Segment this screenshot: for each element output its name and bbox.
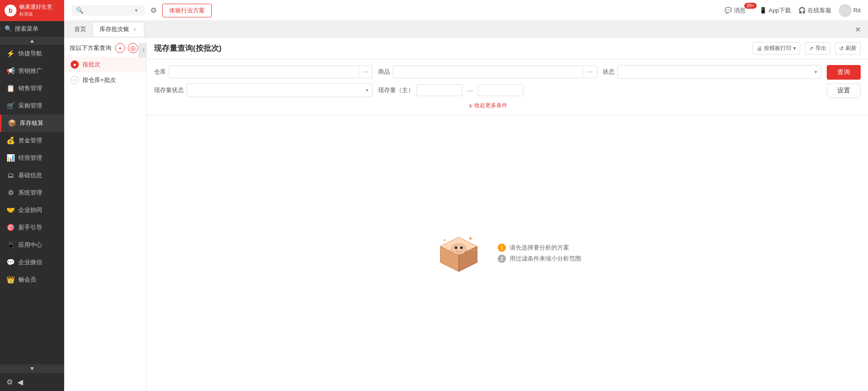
quick-icon: ⚡ [6, 49, 15, 58]
user-avatar-item[interactable]: Rit [839, 4, 861, 17]
print-dropdown-icon[interactable]: ▾ [793, 45, 796, 51]
sidebar-item-label: 畅会员 [18, 276, 36, 284]
sidebar-item-finance[interactable]: 💰 资金管理 [0, 132, 64, 149]
sidebar-item-label: 营销推广 [18, 67, 42, 75]
industry-btn[interactable]: 体验行业方案 [162, 4, 212, 17]
scheme-item-by-warehouse-batch[interactable]: ○ 按仓库+批次 [64, 72, 146, 88]
sidebar-nav: ⚡ 快捷导航 📢 营销推广 📋 销售管理 🛒 采购管理 📦 库存核算 💰 资金管… [0, 45, 64, 364]
topbar-search-input[interactable] [86, 7, 132, 14]
add-scheme-btn[interactable]: + [115, 43, 125, 53]
right-panel: 现存量查询(按批次) 🖨 按模板打印 ▾ ↗ 导出 ↺ 刷新 [147, 38, 868, 391]
tab-panel-close-btn[interactable]: × [855, 24, 861, 34]
sidebar-item-marketing[interactable]: 📢 营销推广 [0, 62, 64, 80]
scroll-up-btn[interactable]: ▲ [0, 37, 64, 45]
stock-qty-from-input[interactable] [417, 84, 462, 96]
sidebar-item-basics[interactable]: 🗂 基础信息 [0, 167, 64, 184]
stock-qty-to-input[interactable] [478, 84, 523, 96]
message-icon-item[interactable]: 💬 消息 99+ [725, 6, 752, 15]
sidebar-item-sales[interactable]: 📋 销售管理 [0, 80, 64, 97]
left-panel-title-text: 按以下方案查询 [70, 44, 111, 52]
app-name: 畅康通好生意 [19, 4, 52, 11]
collapse-row: ∧ 收起更多条件 [154, 102, 821, 109]
phone-icon: 📱 [759, 7, 767, 14]
warehouse-dots-btn[interactable]: ··· [358, 66, 372, 78]
filter-stock-qty: 现存量（主） — [378, 84, 597, 96]
sidebar-item-quick[interactable]: ⚡ 快捷导航 [0, 45, 64, 62]
sidebar-item-system[interactable]: ⚙ 系统管理 [0, 184, 64, 201]
empty-hint-2: 2 用过滤条件来缩小分析范围 [498, 255, 581, 263]
search-label: 搜索菜单 [15, 25, 38, 33]
collapse-more-btn[interactable]: ∧ 收起更多条件 [468, 102, 507, 109]
app-version: 标准版 [19, 11, 52, 17]
tab-close-btn[interactable]: × [132, 26, 137, 33]
sidebar-item-label: 经营管理 [18, 154, 42, 162]
apps-icon: 📱 [6, 241, 15, 249]
product-input[interactable] [393, 66, 582, 77]
filter-stock-status: 现存量状态 ▾ [154, 83, 373, 97]
left-panel-title-row: 按以下方案查询 + ◎ [64, 43, 146, 57]
query-btn[interactable]: 查询 [827, 65, 861, 80]
topbar-dropdown-icon[interactable]: ▾ [135, 7, 138, 14]
inventory-icon: 📦 [8, 119, 16, 127]
collapse-footer-icon[interactable]: ◀ [17, 378, 23, 386]
sidebar-item-purchase[interactable]: 🛒 采购管理 [0, 97, 64, 114]
refresh-label: 刷新 [846, 44, 857, 52]
svg-text:✦: ✦ [443, 238, 446, 243]
sidebar-item-guide[interactable]: 🎯 新手引导 [0, 219, 64, 236]
cube-svg: ✦ ✦ [434, 228, 484, 278]
stock-status-select[interactable]: ▾ [187, 83, 373, 97]
sidebar-item-enterprise[interactable]: 🤝 企业协同 [0, 201, 64, 219]
sidebar-item-label: 采购管理 [18, 102, 42, 110]
sidebar-item-label: 新手引导 [18, 223, 42, 232]
refresh-btn[interactable]: ↺ 刷新 [835, 42, 861, 54]
warehouse-label: 仓库 [154, 68, 166, 76]
sidebar-item-apps[interactable]: 📱 应用中心 [0, 236, 64, 254]
empty-hint-1: 1 请先选择要分析的方案 [498, 244, 581, 252]
app-logo: b [5, 5, 16, 16]
scheme-label-by-wh-batch: 按仓库+批次 [82, 76, 116, 84]
empty-content: ✦ ✦ 1 请先选择要分析的方案 2 用过滤条件来缩小分析范围 [434, 228, 581, 278]
online-service-label: 在线客服 [808, 6, 831, 15]
app-download-item[interactable]: 📱 App下载 [759, 6, 791, 15]
topbar: 🔍 ▾ ⚙ 体验行业方案 💬 消息 99+ 📱 App下载 🎧 在线客服 [64, 0, 868, 21]
sidebar-item-wechat[interactable]: 💬 企业微信 [0, 254, 64, 271]
sidebar-item-business[interactable]: 📊 经营管理 [0, 149, 64, 167]
export-btn[interactable]: ↗ 导出 [805, 42, 830, 54]
finance-icon: 💰 [6, 136, 15, 145]
sidebar-search[interactable]: 🔍 搜索菜单 [0, 21, 64, 37]
business-icon: 📊 [6, 154, 15, 162]
marketing-icon: 📢 [6, 67, 15, 75]
settings-footer-icon[interactable]: ⚙ [6, 378, 13, 386]
left-panel-collapse-btn[interactable]: 《 [138, 43, 147, 58]
sidebar: b 畅康通好生意 标准版 🔍 搜索菜单 ▲ ⚡ 快捷导航 📢 营销推广 📋 销售… [0, 0, 64, 391]
filter-row-2: 现存量状态 ▾ 现存量（主） — [154, 83, 821, 97]
sidebar-item-inventory[interactable]: 📦 库存核算 [0, 114, 64, 132]
scheme-settings-btn[interactable]: ◎ [128, 43, 138, 53]
product-input-wrap[interactable]: ··· [393, 65, 597, 78]
scroll-down-btn[interactable]: ▼ [0, 364, 64, 373]
topbar-right: 💬 消息 99+ 📱 App下载 🎧 在线客服 Rit [725, 4, 861, 17]
online-service-item[interactable]: 🎧 在线客服 [798, 6, 831, 15]
sidebar-item-member[interactable]: 👑 畅会员 [0, 271, 64, 288]
wechat-icon: 💬 [6, 258, 15, 266]
warehouse-input-wrap[interactable]: ··· [169, 65, 373, 78]
service-icon: 🎧 [798, 7, 806, 14]
filter-warehouse: 仓库 ··· [154, 65, 373, 78]
tab-home[interactable]: 首页 [68, 22, 93, 36]
warehouse-input[interactable] [169, 66, 358, 77]
topbar-search-area[interactable]: 🔍 ▾ [71, 5, 145, 16]
print-btn[interactable]: 🖨 按模板打印 ▾ [753, 42, 800, 54]
status-select[interactable]: ▾ [617, 65, 821, 79]
product-dots-btn[interactable]: ··· [582, 66, 596, 78]
topbar-settings-icon[interactable]: ⚙ [150, 6, 157, 15]
tab-home-label: 首页 [74, 25, 86, 33]
tab-inventory-batch[interactable]: 库存批次账 × [93, 22, 144, 37]
sidebar-item-label: 基础信息 [18, 171, 42, 179]
scheme-item-by-batch[interactable]: ● 按批次 [64, 57, 146, 72]
set-btn[interactable]: 设置 [827, 83, 861, 98]
stock-status-arrow: ▾ [366, 87, 368, 93]
tab-active-label: 库存批次账 [99, 25, 129, 33]
page-header: 现存量查询(按批次) 🖨 按模板打印 ▾ ↗ 导出 ↺ 刷新 [147, 38, 868, 60]
svg-text:✦: ✦ [468, 235, 473, 242]
page-actions: 🖨 按模板打印 ▾ ↗ 导出 ↺ 刷新 [753, 42, 861, 54]
